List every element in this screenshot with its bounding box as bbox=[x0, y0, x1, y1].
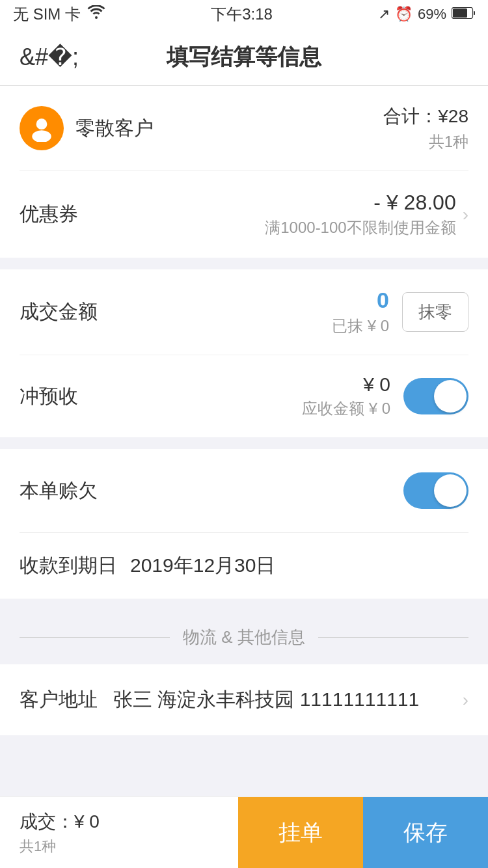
page-title: 填写结算等信息 bbox=[167, 42, 321, 72]
duedate-label: 收款到期日 bbox=[20, 552, 117, 579]
total-amount: 合计：¥28 bbox=[383, 104, 468, 129]
duedate-row: 收款到期日 2019年12月30日 bbox=[20, 532, 468, 599]
status-left: 无 SIM 卡 bbox=[13, 4, 105, 25]
debt-toggle-knob bbox=[434, 474, 467, 507]
debt-toggle[interactable] bbox=[403, 472, 468, 509]
address-row[interactable]: 客户地址 张三 海淀永丰科技园 11111111111 › bbox=[20, 664, 468, 735]
deal-amount-area: 0 已抹 ¥ 0 bbox=[332, 288, 389, 336]
coupon-row[interactable]: 优惠券 - ¥ 28.00 满1000-100不限制使用金额 › bbox=[0, 171, 488, 258]
logistics-header: 物流 & 其他信息 bbox=[0, 610, 488, 664]
deal-amount-value: 0 bbox=[332, 288, 389, 313]
back-button[interactable]: &#�; bbox=[20, 44, 79, 71]
wifi-icon bbox=[87, 5, 105, 23]
prepay-label: 冲预收 bbox=[20, 383, 78, 410]
deal-sub: 已抹 ¥ 0 bbox=[332, 316, 389, 336]
no-sim-text: 无 SIM 卡 bbox=[13, 4, 81, 25]
coupon-right: - ¥ 28.00 满1000-100不限制使用金额 › bbox=[265, 191, 468, 238]
address-value: 张三 海淀永丰科技园 11111111111 bbox=[113, 686, 463, 713]
customer-section: 零散客户 合计：¥28 共1种 优惠券 - ¥ 28.00 满1000-100不… bbox=[0, 86, 488, 258]
address-label: 客户地址 bbox=[20, 686, 98, 713]
nav-bar: &#�; 填写结算等信息 bbox=[0, 29, 488, 86]
svg-rect-1 bbox=[453, 8, 467, 18]
deal-right: 0 已抹 ¥ 0 抹零 bbox=[332, 288, 468, 336]
svg-point-2 bbox=[36, 118, 47, 129]
chevron-right-icon: › bbox=[463, 204, 468, 225]
prepay-sub: 应收金额 ¥ 0 bbox=[302, 398, 390, 419]
prepay-row: 冲预收 ¥ 0 应收金额 ¥ 0 bbox=[20, 355, 468, 437]
deal-label: 成交金额 bbox=[20, 299, 98, 325]
debt-section: 本单赊欠 收款到期日 2019年12月30日 bbox=[0, 449, 488, 599]
prepay-amount-area: ¥ 0 应收金额 ¥ 0 bbox=[302, 373, 390, 419]
bottom-deal-label: 成交： bbox=[20, 811, 74, 832]
avatar bbox=[20, 106, 64, 150]
address-chevron-icon: › bbox=[463, 690, 468, 711]
debt-row: 本单赊欠 bbox=[20, 449, 468, 532]
bottom-bar: 成交：¥ 0 共1种 挂单 保存 bbox=[0, 796, 488, 868]
debt-label: 本单赊欠 bbox=[20, 478, 98, 504]
alarm-icon: ⏰ bbox=[395, 6, 413, 23]
svg-point-3 bbox=[32, 130, 51, 142]
status-time: 下午3:18 bbox=[211, 4, 273, 25]
toggle-knob bbox=[434, 380, 467, 413]
prepay-right: ¥ 0 应收金额 ¥ 0 bbox=[302, 373, 468, 419]
customer-name: 零散客户 bbox=[75, 115, 154, 142]
deal-section: 成交金额 0 已抹 ¥ 0 抹零 冲预收 ¥ 0 应收金额 ¥ 0 bbox=[0, 269, 488, 437]
logistics-title: 物流 & 其他信息 bbox=[183, 626, 305, 649]
customer-left: 零散客户 bbox=[20, 106, 154, 150]
location-icon: ↗ bbox=[378, 6, 390, 23]
battery-icon bbox=[452, 6, 475, 23]
save-button[interactable]: 保存 bbox=[363, 797, 488, 869]
prepay-toggle[interactable] bbox=[403, 378, 468, 414]
coupon-value-area: - ¥ 28.00 满1000-100不限制使用金额 bbox=[265, 191, 455, 238]
bottom-count: 共1种 bbox=[20, 837, 219, 856]
battery-text: 69% bbox=[418, 6, 446, 23]
total-count: 共1种 bbox=[383, 131, 468, 152]
bottom-deal-text: 成交：¥ 0 bbox=[20, 809, 219, 834]
bottom-deal-value: ¥ 0 bbox=[74, 811, 100, 832]
logistics-line-right bbox=[318, 637, 468, 638]
logistics-line-left bbox=[20, 637, 170, 638]
deal-row: 成交金额 0 已抹 ¥ 0 抹零 bbox=[20, 269, 468, 355]
coupon-desc: 满1000-100不限制使用金额 bbox=[265, 217, 455, 238]
coupon-amount: - ¥ 28.00 bbox=[265, 191, 455, 215]
customer-right: 合计：¥28 共1种 bbox=[383, 104, 468, 152]
prepay-amount: ¥ 0 bbox=[302, 373, 390, 396]
status-bar: 无 SIM 卡 下午3:18 ↗ ⏰ 69% bbox=[0, 0, 488, 29]
duedate-value: 2019年12月30日 bbox=[130, 552, 275, 579]
status-right: ↗ ⏰ 69% bbox=[378, 6, 475, 23]
content: 零散客户 合计：¥28 共1种 优惠券 - ¥ 28.00 满1000-100不… bbox=[0, 86, 488, 825]
round-zero-button[interactable]: 抹零 bbox=[402, 292, 468, 332]
coupon-label: 优惠券 bbox=[20, 201, 78, 228]
hang-button[interactable]: 挂单 bbox=[238, 797, 363, 869]
customer-row: 零散客户 合计：¥28 共1种 bbox=[0, 86, 488, 170]
bottom-info: 成交：¥ 0 共1种 bbox=[0, 809, 238, 856]
address-section: 客户地址 张三 海淀永丰科技园 11111111111 › bbox=[0, 664, 488, 735]
